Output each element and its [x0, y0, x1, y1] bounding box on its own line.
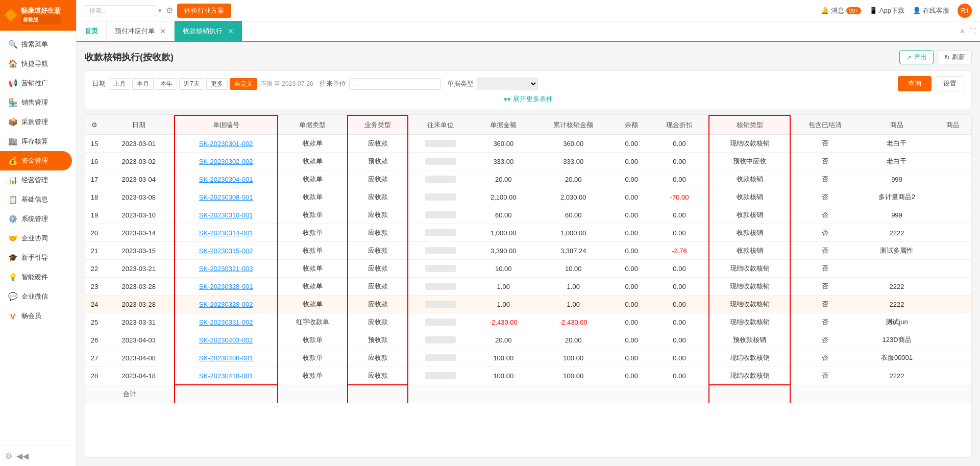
col-settings[interactable]: ⚙ — [85, 115, 104, 135]
close-all-icon[interactable]: ✕ — [960, 28, 965, 35]
this-year-button[interactable]: 本年 — [156, 78, 177, 90]
settings-gear-icon[interactable]: ⚙ — [5, 451, 12, 461]
doc-no-link[interactable]: SK-20230418-001 — [199, 372, 253, 380]
table-row[interactable]: 28 2023-04-18 SK-20230418-001 收款单 应收款 10… — [85, 367, 971, 385]
sidebar-item-basic-info[interactable]: 📋 基础信息 — [0, 190, 76, 209]
sidebar-item-operations[interactable]: 📊 经营管理 — [0, 170, 76, 190]
cell-doc-type: 收款单 — [278, 206, 348, 224]
table-row[interactable]: 26 2023-04-03 SK-20230403-002 收款单 预收款 20… — [85, 331, 971, 349]
table-row[interactable]: 15 2023-03-01 SK-20230301-002 收款单 应收款 36… — [85, 135, 971, 153]
doc-no-link[interactable]: SK-20230304-001 — [199, 176, 253, 183]
chevron-down-icon[interactable]: ▾ — [158, 7, 162, 14]
sidebar-item-marketing[interactable]: 📢 营销推广 — [0, 73, 76, 93]
query-button[interactable]: 查询 — [898, 76, 932, 91]
filter-setting-button[interactable]: 设置 — [936, 76, 964, 91]
doc-no-link[interactable]: SK-20230302-002 — [199, 158, 253, 165]
tab-verify[interactable]: 收款核销执行 ✕ — [175, 21, 242, 41]
sidebar-item-label: 库存核算 — [21, 137, 48, 146]
topbar-search-input[interactable] — [85, 5, 156, 16]
avatar[interactable]: Rit — [958, 4, 972, 18]
sidebar-item-navigation[interactable]: 🏠 快捷导航 — [0, 54, 76, 73]
cell-date: 2023-03-10 — [104, 206, 175, 224]
partner-input[interactable] — [349, 78, 441, 90]
partner-blurred — [425, 283, 456, 290]
sidebar-item-sales[interactable]: 🏪 销售管理 — [0, 93, 76, 112]
sidebar-item-system[interactable]: ⚙️ 系统管理 — [0, 209, 76, 229]
app-download-button[interactable]: 📱 App下载 — [869, 6, 904, 15]
doc-no-link[interactable]: SK-20230301-002 — [199, 140, 253, 148]
sidebar-item-purchase[interactable]: 📦 采购管理 — [0, 112, 76, 132]
table-row[interactable]: 16 2023-03-02 SK-20230302-002 收款单 预收款 33… — [85, 153, 971, 170]
expand-more-button[interactable]: ▾▾ 展开更多条件 — [504, 94, 553, 104]
cell-included: 否 — [790, 135, 860, 153]
tab-prepay[interactable]: 预付冲应付单 ✕ — [107, 21, 175, 41]
table-row[interactable]: 18 2023-03-08 SK-20230308-001 收款单 应收款 2,… — [85, 188, 971, 206]
expand-tab-icon[interactable]: ⛶ — [969, 28, 976, 35]
doc-no-link[interactable]: SK-20230321-003 — [199, 265, 253, 273]
cell-included: 否 — [790, 188, 860, 206]
table-row[interactable]: 27 2023-04-08 SK-20230408-001 收款单 应收款 10… — [85, 349, 971, 367]
doc-no-link[interactable]: SK-20230331-002 — [199, 318, 253, 326]
sidebar-item-wechat[interactable]: 💬 企业微信 — [0, 287, 76, 306]
doc-no-link[interactable]: SK-20230328-002 — [199, 301, 253, 308]
table-row[interactable]: 17 2023-03-04 SK-20230304-001 收款单 应收款 20… — [85, 170, 971, 188]
sidebar-item-member[interactable]: V 畅会员 — [0, 306, 76, 326]
cell-doc-no: SK-20230315-002 — [175, 242, 278, 260]
doc-type-select[interactable] — [477, 78, 538, 90]
cell-partner — [408, 206, 473, 224]
more-button[interactable]: 更多 — [206, 78, 228, 90]
doc-no-link[interactable]: SK-20230403-002 — [199, 336, 253, 344]
cell-product2 — [934, 331, 971, 349]
sidebar-item-finance[interactable]: 💰 资金管理 — [0, 151, 72, 170]
topbar: ▾ ⚙ 体验行业方案 🔔 消息 99+ 📱 App下载 👤 在线客服 Rit — [77, 0, 980, 21]
sidebar-item-guide[interactable]: 🎓 新手引导 — [0, 248, 76, 267]
partner-blurred — [425, 140, 456, 147]
sidebar-item-hardware[interactable]: 💡 智能硬件 — [0, 267, 76, 287]
last-month-button[interactable]: 上月 — [109, 78, 130, 90]
cell-date: 2023-03-28 — [104, 296, 175, 313]
table-row[interactable]: 24 2023-03-28 SK-20230328-002 收款单 应收款 1.… — [85, 296, 971, 313]
cell-product2 — [934, 278, 971, 296]
cell-product1: 测试jun — [860, 313, 934, 331]
last7-button[interactable]: 近7天 — [179, 78, 204, 90]
cell-balance: 0.00 — [613, 278, 650, 296]
custom-date-button[interactable]: 自定义 — [230, 78, 257, 90]
doc-no-link[interactable]: SK-20230408-001 — [199, 354, 253, 362]
table-row[interactable]: 23 2023-03-28 SK-20230328-001 收款单 应收款 1.… — [85, 278, 971, 296]
doc-no-link[interactable]: SK-20230315-002 — [199, 247, 253, 255]
doc-no-link[interactable]: SK-20230328-001 — [199, 283, 253, 290]
tab-home[interactable]: 首页 — [77, 21, 107, 41]
sidebar-item-collab[interactable]: 🤝 企业协同 — [0, 229, 76, 248]
total-label: 合计 — [85, 385, 175, 403]
cell-doc-no: SK-20230321-003 — [175, 260, 278, 278]
table-row[interactable]: 19 2023-03-10 SK-20230310-001 收款单 应收款 60… — [85, 206, 971, 224]
cell-partner — [408, 260, 473, 278]
export-button[interactable]: ↗ 导出 — [899, 50, 934, 64]
col-product2: 商品 — [934, 115, 971, 135]
doc-no-link[interactable]: SK-20230310-001 — [199, 211, 253, 219]
refresh-button[interactable]: ↻ 刷新 — [938, 50, 972, 64]
industry-solution-button[interactable]: 体验行业方案 — [177, 4, 231, 18]
table-row[interactable]: 25 2023-03-31 SK-20230331-002 红字收款单 应收款 … — [85, 313, 971, 331]
tab-verify-close-icon[interactable]: ✕ — [228, 27, 234, 35]
tab-prepay-close-icon[interactable]: ✕ — [160, 27, 166, 35]
cell-included: 否 — [790, 170, 860, 188]
doc-no-link[interactable]: SK-20230314-001 — [199, 229, 253, 237]
topbar-gear-icon[interactable]: ⚙ — [166, 6, 173, 15]
notification-button[interactable]: 🔔 消息 99+ — [821, 6, 861, 15]
cell-balance: 0.00 — [613, 224, 650, 242]
online-service-button[interactable]: 👤 在线客服 — [913, 6, 949, 15]
this-month-button[interactable]: 本月 — [132, 78, 154, 90]
collapse-icon[interactable]: ◀◀ — [16, 451, 29, 461]
table-row[interactable]: 21 2023-03-15 SK-20230315-002 收款单 应收款 3,… — [85, 242, 971, 260]
cell-date: 2023-04-08 — [104, 349, 175, 367]
table-row[interactable]: 20 2023-03-14 SK-20230314-001 收款单 应收款 1,… — [85, 224, 971, 242]
table-row[interactable]: 22 2023-03-21 SK-20230321-003 收款单 应收款 10… — [85, 260, 971, 278]
doc-no-link[interactable]: SK-20230308-001 — [199, 193, 253, 201]
cell-partner — [408, 367, 473, 385]
cell-discount: 0.00 — [650, 224, 709, 242]
sidebar-item-inventory[interactable]: 🏬 库存核算 — [0, 132, 76, 151]
sidebar-item-label: 资金管理 — [21, 156, 48, 165]
sidebar-item-search[interactable]: 🔍 搜索菜单 — [0, 35, 76, 54]
cell-amount: 360.00 — [473, 135, 534, 153]
